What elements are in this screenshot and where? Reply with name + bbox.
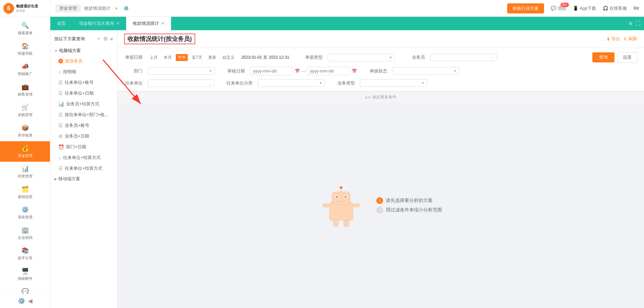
sidebar-item-quick-nav[interactable]: 🏠 快捷导航 [0, 39, 50, 59]
refresh-icon: ↻ [624, 37, 627, 42]
sidebar-item-purchase[interactable]: 🛒 采购管理 [0, 100, 50, 121]
config-scheme-icon[interactable]: ⚙ [103, 36, 108, 42]
tab-close-bank-flow[interactable]: ✕ [116, 21, 119, 26]
collapse-bar[interactable]: ∧∧ 收起更多条件 [117, 91, 644, 103]
tree-item-partner-settlement2[interactable]: ☰ 往来单位+结算方式 [50, 163, 117, 174]
collapse-icon[interactable]: ◀ [28, 297, 33, 305]
sidebar-item-finance[interactable]: 💰 资金管理 [0, 141, 50, 162]
export-btn[interactable]: ⬆ 导出 [606, 36, 620, 42]
mobile-scheme-header[interactable]: ▶ 移动端方案 [50, 174, 117, 184]
empty-step-2: 2 用过滤条件来缩小分析范围 [376, 207, 442, 213]
user-label: Rit [634, 6, 639, 11]
review-date-to[interactable] [307, 67, 351, 75]
inventory-icon: 📦 [21, 124, 29, 132]
corp-icon: 🏢 [21, 226, 29, 234]
message-btn[interactable]: 💬 消息 99+ [551, 5, 566, 11]
doc-type-select[interactable]: ▾ [328, 54, 395, 61]
app-download-btn[interactable]: 📱 App下载 [573, 5, 596, 11]
tab-right-actions: ✕ ⛶ [628, 20, 644, 27]
review-calendar-from-icon[interactable]: 📅 [295, 69, 300, 73]
sidebar-nav: 🔍 搜索菜单 🏠 快捷导航 📣 营销推广 💼 销售管理 🛒 采购管理 📦 库存核… [0, 17, 50, 294]
empty-state: 1 请先选择要分析的方案 2 用过滤条件来缩小分析范围 [319, 184, 442, 227]
maximize-icon[interactable]: ⛶ [635, 20, 641, 27]
svg-rect-9 [344, 220, 349, 226]
desktop-scheme-header[interactable]: ▼ 电脑端方案 [50, 46, 117, 56]
review-date-from[interactable] [250, 67, 293, 75]
tab-bank-flow[interactable]: 现金银行流水查询 ✕ [72, 17, 126, 30]
svg-rect-6 [323, 204, 329, 207]
tree-item-dept-date[interactable]: ⏰ 部门+日期 [50, 142, 117, 152]
message-icon: 💬 [551, 6, 556, 11]
header-dropdown-icon[interactable]: ▾ [115, 6, 117, 11]
tree-item-by-salesperson[interactable]: ↻ 按业务员 [50, 56, 117, 66]
try-btn[interactable]: 体验行业方案 [507, 3, 544, 13]
salesperson-label: 业务员 [407, 54, 425, 60]
tree-item-partner-date[interactable]: ☰ 往来单位+日期 [50, 88, 117, 99]
doc-status-select[interactable]: ▾ [392, 67, 459, 75]
tree-item-partner-dept[interactable]: ☰ 按往来单位+部门+收... [50, 109, 117, 120]
sidebar-item-guide[interactable]: 📚 新手引导 [0, 244, 50, 264]
partner-dept-icon: ☰ [58, 112, 63, 117]
date-btn-custom[interactable]: 自定义 [220, 54, 236, 61]
purchase-icon: 🛒 [21, 104, 29, 111]
collapse-sidebar-icon[interactable]: « [110, 36, 113, 42]
partner-account-icon: ☰ [58, 80, 63, 85]
doc-type-arrow-icon: ▾ [390, 55, 392, 60]
dept-select[interactable]: ▾ [148, 67, 215, 75]
home-icon: 🏠 [21, 42, 29, 50]
settings-bottom-icon[interactable]: ⚙️ [18, 297, 25, 305]
logo-text: 畅捷通好生意 标准版 [16, 4, 38, 13]
tree-item-by-detail[interactable]: ⌂ 按明细 [50, 66, 117, 77]
date-label: 单据日期 [124, 54, 143, 60]
salesperson-date-icon: ⚙ [58, 134, 63, 139]
sidebar-item-system[interactable]: ⚙️ 系统管理 [0, 203, 50, 223]
filter-sidebar-title: 按以下方案查询 [54, 36, 85, 42]
sidebar: 6 畅捷通好生意 标准版 🔍 搜索菜单 🏠 快捷导航 📣 营销推广 💼 销售管理… [0, 0, 50, 308]
setting-button[interactable]: 设置 [617, 52, 637, 63]
sidebar-item-marketing[interactable]: 📣 营销推广 [0, 59, 50, 80]
gear-settings-icon[interactable]: ⚙️ [123, 6, 129, 11]
review-calendar-to-icon[interactable]: 📅 [352, 69, 357, 73]
tab-collection-stats[interactable]: 收款情况统计 ✕ [126, 17, 171, 30]
tab-home[interactable]: 首页 [50, 17, 72, 30]
top-header: 资金管理 收款情况统计 ▾ ⚙️ 体验行业方案 💬 消息 99+ 📱 App下载… [50, 0, 644, 17]
sidebar-item-wechat[interactable]: 💬 企业微信 [0, 285, 50, 294]
partner-select[interactable]: ... [148, 80, 215, 87]
date-btn-7days[interactable]: 近7天 [190, 54, 204, 61]
sidebar-item-inventory[interactable]: 📦 库存核算 [0, 121, 50, 141]
partner-category-select[interactable]: ▾ [258, 79, 325, 87]
sidebar-item-operation[interactable]: 📊 经营管理 [0, 162, 50, 182]
date-btn-more[interactable]: 更多 [206, 54, 218, 61]
add-scheme-icon[interactable]: ＋ [96, 35, 101, 42]
app-icon: 📱 [573, 6, 578, 11]
tab-bar: 首页 现金银行流水查询 ✕ 收款情况统计 ✕ ✕ ⛶ [50, 17, 644, 30]
hardware-icon: 🖥️ [21, 267, 29, 275]
tree-item-partner-settlement1[interactable]: ⌂ 往来单位+结算方式 [50, 152, 117, 163]
operation-icon: 📊 [21, 165, 29, 172]
date-btn-this-year[interactable]: 本年 [176, 54, 188, 61]
refresh-btn[interactable]: ↻ 刷新 [624, 36, 637, 42]
salesperson-select[interactable]: ... [430, 54, 497, 61]
sidebar-item-search[interactable]: 🔍 搜索菜单 [0, 18, 50, 39]
tree-item-salesperson-date[interactable]: ⚙ 业务员+日期 [50, 131, 117, 142]
date-btn-this-month[interactable]: 本月 [162, 54, 174, 61]
tree-item-salesperson-settlement[interactable]: 📊 业务员+结算方式 [50, 99, 117, 109]
online-service-btn[interactable]: 🎧 在线客服 [603, 5, 627, 11]
date-btn-last-month[interactable]: 上月 [148, 54, 160, 61]
empty-step-1: 1 请先选择要分析的方案 [376, 197, 442, 204]
query-button[interactable]: 查询 [592, 52, 614, 62]
tab-close-collection[interactable]: ✕ [161, 21, 164, 26]
tree-item-partner-account[interactable]: ☰ 往来单位+账号 [50, 77, 117, 88]
page-title-bar: 收款情况统计(按业务员) ⬆ 导出 ↻ 刷新 [117, 30, 644, 48]
biz-type-select[interactable]: ▾ [360, 79, 427, 87]
sidebar-item-basic[interactable]: 🗂️ 基础信息 [0, 182, 50, 203]
date-quick-select: 上月 本月 本年 近7天 更多 自定义 [148, 54, 236, 61]
close-window-icon[interactable]: ✕ [628, 20, 633, 27]
date-range: 2023-01-01 至 2023-12-31 [241, 55, 289, 60]
sidebar-item-hardware[interactable]: 🖥️ 智能硬件 [0, 264, 50, 285]
tree-item-salesperson-account[interactable]: ☰ 业务员+账号 [50, 120, 117, 131]
date-from: 2023-01-01 [241, 55, 262, 60]
empty-steps: 1 请先选择要分析的方案 2 用过滤条件来缩小分析范围 [376, 197, 442, 213]
sidebar-item-sales[interactable]: 💼 销售管理 [0, 80, 50, 100]
sidebar-item-corp[interactable]: 🏢 企业协同 [0, 223, 50, 244]
